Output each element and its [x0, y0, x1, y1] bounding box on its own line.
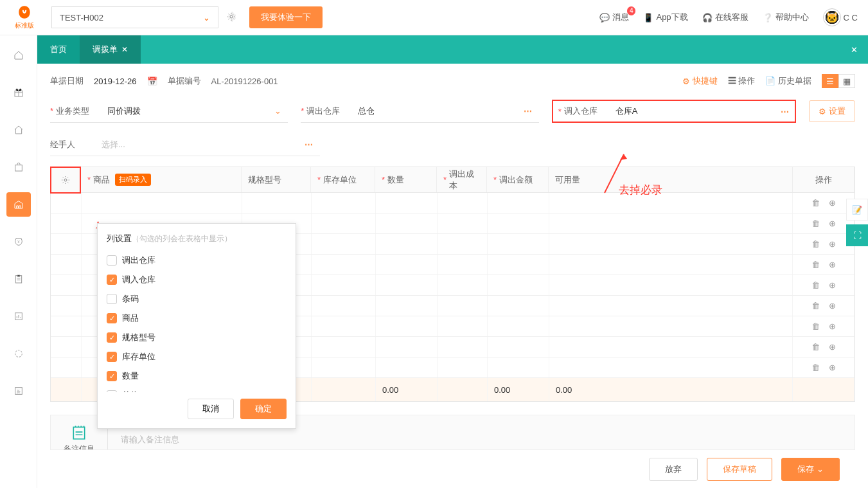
- sidebar-warehouse[interactable]: [6, 192, 31, 217]
- help-link[interactable]: ❔ 帮助中心: [763, 12, 809, 23]
- delete-icon[interactable]: 🗑: [811, 219, 820, 228]
- add-icon[interactable]: ⊕: [829, 363, 836, 372]
- user-menu[interactable]: 🐱 C C: [823, 8, 858, 26]
- footer-actions: 放弃 保存草稿 保存 ⌄: [50, 449, 855, 488]
- discard-button[interactable]: 放弃: [649, 458, 698, 481]
- add-icon[interactable]: ⊕: [829, 219, 836, 228]
- save-draft-button[interactable]: 保存草稿: [707, 458, 772, 481]
- tab-home[interactable]: 首页: [37, 35, 80, 64]
- gear-icon: ⚙: [682, 77, 690, 86]
- table-row[interactable]: 🗑⊕: [51, 193, 855, 213]
- help-icon: ❔: [763, 13, 773, 23]
- delete-icon[interactable]: 🗑: [811, 342, 820, 352]
- store-selector[interactable]: TEST-H002 ⌄: [51, 6, 218, 28]
- add-icon[interactable]: ⊕: [829, 239, 836, 249]
- calendar-icon[interactable]: 📅: [147, 77, 157, 86]
- svg-marker-11: [620, 154, 627, 160]
- column-option[interactable]: ✓数量: [104, 366, 289, 386]
- notes-button[interactable]: 📝: [846, 199, 868, 221]
- add-icon[interactable]: ⊕: [829, 321, 836, 331]
- save-button[interactable]: 保存 ⌄: [781, 458, 840, 481]
- phone-icon: 📱: [643, 13, 653, 23]
- sidebar-home2[interactable]: [6, 118, 31, 142]
- checkbox-icon: ✓: [107, 332, 117, 343]
- svg-rect-2: [15, 165, 22, 171]
- gear-icon[interactable]: [226, 12, 236, 24]
- service-link[interactable]: 🎧 在线客服: [702, 12, 748, 23]
- sidebar-clipboard[interactable]: [6, 267, 31, 291]
- scan-entry-button[interactable]: 扫码录入: [115, 174, 151, 186]
- column-option-label: 调出仓库: [122, 255, 155, 266]
- field-in-warehouse[interactable]: *调入仓库 仓库A ⋯: [552, 100, 796, 123]
- add-icon[interactable]: ⊕: [829, 198, 836, 208]
- view-grid[interactable]: ▦: [838, 74, 855, 88]
- delete-icon[interactable]: 🗑: [811, 198, 820, 208]
- logo: 标准版: [10, 5, 39, 30]
- delete-icon[interactable]: 🗑: [811, 239, 820, 249]
- column-option[interactable]: ✓调入仓库: [104, 270, 289, 289]
- checkbox-icon: ✓: [107, 371, 117, 381]
- delete-icon[interactable]: 🗑: [811, 301, 820, 311]
- right-rail: 📝 ⛶: [846, 199, 868, 246]
- sidebar-gift[interactable]: [6, 80, 31, 105]
- sidebar-new[interactable]: 新: [6, 379, 31, 403]
- docno-value: AL-20191226-001: [211, 77, 278, 86]
- delete-icon[interactable]: 🗑: [811, 260, 820, 269]
- column-option[interactable]: ✓规格型号: [104, 328, 289, 347]
- date-value[interactable]: 2019-12-26: [94, 77, 137, 86]
- tab-current[interactable]: 调拨单 ✕: [80, 35, 141, 64]
- settings-button[interactable]: ⚙设置: [809, 100, 855, 122]
- add-icon[interactable]: ⊕: [829, 260, 836, 269]
- messages-link[interactable]: 💬 消息 4: [599, 12, 629, 23]
- column-option[interactable]: 单位2: [104, 386, 289, 392]
- column-option[interactable]: 条码: [104, 289, 289, 309]
- sidebar-home[interactable]: [6, 43, 31, 68]
- avatar: 🐱: [823, 8, 841, 26]
- column-option[interactable]: 调出仓库: [104, 251, 289, 270]
- delete-icon[interactable]: 🗑: [811, 363, 820, 372]
- checkbox-icon: [107, 255, 117, 266]
- app-download-link[interactable]: 📱 App下载: [643, 12, 687, 23]
- add-icon[interactable]: ⊕: [829, 280, 836, 290]
- operations-link[interactable]: ☰ 操作: [728, 75, 756, 87]
- field-out-warehouse[interactable]: *调出仓库 总仓 ⋯: [301, 100, 538, 123]
- column-option[interactable]: ✓商品: [104, 309, 289, 328]
- field-handler[interactable]: 经手人 选择... ⋯: [50, 133, 320, 156]
- popup-title: 列设置: [107, 233, 132, 243]
- sidebar-money[interactable]: ¥: [6, 230, 31, 254]
- sidebar-bag[interactable]: [6, 155, 31, 179]
- message-badge: 4: [627, 6, 636, 15]
- column-option[interactable]: ✓库存单位: [104, 347, 289, 366]
- delete-icon[interactable]: 🗑: [811, 321, 820, 331]
- docno-label: 单据编号: [168, 75, 201, 87]
- message-icon: 💬: [599, 13, 610, 23]
- sidebar-report[interactable]: [6, 304, 31, 329]
- th-outamt: *调出金额: [487, 167, 549, 192]
- gear-icon: ⚙: [819, 107, 826, 116]
- view-list[interactable]: ☰: [822, 74, 838, 88]
- popup-cancel-button[interactable]: 取消: [188, 399, 234, 419]
- popup-ok-button[interactable]: 确定: [240, 399, 287, 419]
- tab-bar: 首页 调拨单 ✕ ✕: [37, 35, 868, 64]
- close-icon[interactable]: ✕: [121, 45, 128, 54]
- try-button[interactable]: 我要体验一下: [249, 6, 323, 28]
- sidebar-loading[interactable]: [6, 341, 31, 366]
- total-qty: 0.00: [376, 378, 438, 401]
- date-label: 单据日期: [50, 75, 84, 87]
- delete-icon[interactable]: 🗑: [811, 280, 820, 290]
- column-option-label: 调入仓库: [122, 274, 155, 285]
- annotation-text: 去掉必录: [619, 183, 662, 197]
- add-icon[interactable]: ⊕: [829, 301, 836, 311]
- column-option-label: 单位2: [122, 390, 143, 392]
- column-option-label: 数量: [122, 370, 139, 382]
- tabbar-close-all[interactable]: ✕: [840, 35, 868, 64]
- store-value: TEST-H002: [60, 13, 103, 23]
- history-link[interactable]: 📄 历史单据: [765, 75, 811, 87]
- add-icon[interactable]: ⊕: [829, 342, 836, 352]
- shortcuts-link[interactable]: ⚙快捷键: [682, 75, 718, 87]
- column-settings-button[interactable]: [50, 167, 81, 194]
- view-toggle: ☰ ▦: [822, 74, 855, 88]
- field-biztype[interactable]: *业务类型 同价调拨 ⌄: [50, 100, 288, 123]
- expand-button[interactable]: ⛶: [846, 224, 868, 246]
- checkbox-icon: ✓: [107, 313, 117, 323]
